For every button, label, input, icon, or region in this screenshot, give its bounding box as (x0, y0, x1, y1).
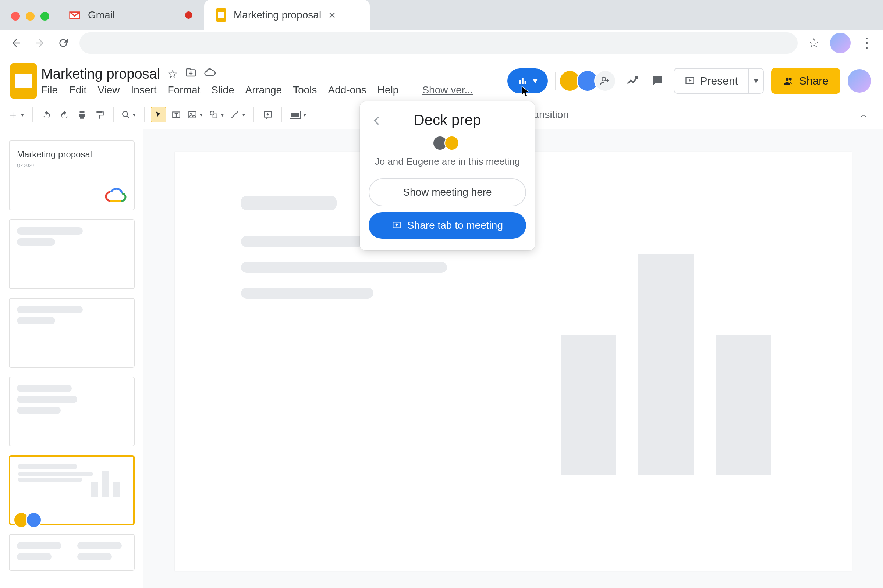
account-avatar[interactable] (848, 69, 871, 93)
slides-logo-icon[interactable] (10, 63, 37, 99)
share-people-icon (783, 75, 794, 86)
transition-button[interactable]: ransition (530, 109, 569, 121)
line-button[interactable]: ▼ (228, 107, 248, 123)
slide-thumb-title: Marketing proposal (17, 148, 126, 160)
slide-thumbnail-6[interactable] (9, 534, 135, 571)
textbox-button[interactable] (168, 107, 184, 123)
meet-button[interactable]: ▼ (508, 68, 548, 93)
reload-button[interactable] (56, 36, 71, 50)
svg-point-7 (123, 111, 128, 117)
gmail-icon (69, 10, 81, 20)
tab-label: Marketing proposal (234, 9, 321, 21)
slide-thumbnail-1[interactable]: Marketing proposal Q2 2020 (9, 141, 135, 210)
present-dropdown-button[interactable]: ▼ (748, 69, 763, 93)
present-label: Present (700, 75, 738, 87)
svg-rect-0 (519, 80, 521, 84)
menu-tools[interactable]: Tools (293, 84, 317, 96)
menu-slide[interactable]: Slide (211, 84, 234, 96)
slide-thumbnail-3[interactable] (9, 298, 135, 368)
paint-format-button[interactable] (92, 107, 107, 123)
window-minimize-button[interactable] (26, 12, 35, 21)
chevron-down-icon: ▼ (532, 77, 539, 86)
placeholder-text (241, 288, 374, 298)
zoom-button[interactable]: ▼ (120, 107, 138, 123)
address-bar[interactable] (80, 32, 797, 54)
browser-menu-icon[interactable]: ⋮ (859, 36, 874, 50)
show-meeting-label: Show meeting here (403, 186, 491, 198)
collapse-toolbar-icon[interactable]: ︿ (859, 109, 868, 121)
menu-file[interactable]: File (41, 84, 58, 96)
app-header: Marketing proposal ☆ File Edit View Inse… (0, 56, 883, 100)
svg-point-6 (789, 78, 792, 81)
redo-button[interactable] (57, 107, 72, 123)
slide-thumbnail-5[interactable] (9, 455, 135, 525)
meeting-popup: Deck prep Jo and Eugene are in this meet… (360, 102, 535, 250)
tab-gmail[interactable]: Gmail (57, 0, 204, 30)
image-button[interactable]: ▼ (186, 107, 205, 123)
svg-rect-2 (524, 81, 526, 84)
menu-view[interactable]: View (98, 84, 120, 96)
menu-edit[interactable]: Edit (69, 84, 86, 96)
show-meeting-button[interactable]: Show meeting here (369, 178, 526, 206)
browser-profile-avatar[interactable] (830, 33, 851, 53)
tab-notification-dot (185, 11, 192, 19)
google-cloud-icon (103, 186, 126, 204)
new-slide-button[interactable]: ＋▼ (6, 107, 27, 123)
present-button[interactable]: Present (674, 69, 748, 93)
slide-thumbnail-4[interactable] (9, 376, 135, 446)
forward-button[interactable] (32, 36, 47, 50)
menu-insert[interactable]: Insert (131, 84, 157, 96)
tab-label: Gmail (88, 9, 115, 21)
svg-rect-1 (522, 78, 523, 84)
svg-point-11 (210, 111, 214, 115)
document-title[interactable]: Marketing proposal (41, 66, 160, 82)
menu-help[interactable]: Help (377, 84, 399, 96)
svg-rect-9 (189, 111, 196, 118)
tab-slides[interactable]: Marketing proposal × (204, 0, 370, 30)
tab-close-icon[interactable]: × (329, 9, 336, 22)
placeholder-text (241, 262, 447, 273)
collaborator-avatars (563, 70, 616, 92)
popup-subtitle: Jo and Eugene are in this meeting (369, 155, 526, 168)
star-icon[interactable]: ☆ (167, 67, 178, 81)
collaborator-add-icon[interactable] (594, 70, 616, 92)
browser-tab-strip: Gmail Marketing proposal × (0, 0, 883, 30)
select-tool-button[interactable] (151, 107, 166, 123)
share-screen-icon (392, 220, 401, 230)
menu-addons[interactable]: Add-ons (328, 84, 366, 96)
slides-icon (216, 9, 226, 22)
slide-collaborator-avatars (17, 512, 42, 528)
menu-format[interactable]: Format (168, 84, 201, 96)
slide-thumbnail-2[interactable] (9, 219, 135, 289)
background-button[interactable]: ▼ (288, 107, 309, 123)
bookmark-star-icon[interactable]: ☆ (806, 36, 821, 50)
thumb-chart-icon (90, 471, 120, 497)
menu-arrange[interactable]: Arrange (245, 84, 282, 96)
slide-thumb-subtitle: Q2 2020 (17, 163, 126, 168)
placeholder-chart (561, 255, 771, 475)
share-tab-button[interactable]: Share tab to meeting (369, 212, 526, 238)
svg-point-3 (602, 77, 605, 81)
window-maximize-button[interactable] (41, 12, 49, 21)
activity-icon[interactable] (624, 72, 641, 90)
comment-button[interactable] (260, 107, 276, 123)
shape-button[interactable]: ▼ (207, 107, 227, 123)
show-version-history[interactable]: Show ver... (422, 84, 473, 96)
print-button[interactable] (74, 107, 90, 123)
comments-icon[interactable] (649, 72, 666, 90)
present-button-group: Present ▼ (674, 68, 764, 94)
cloud-status-icon[interactable] (204, 66, 216, 81)
window-close-button[interactable] (11, 12, 20, 21)
browser-tabs: Gmail Marketing proposal × (57, 0, 370, 30)
share-button[interactable]: Share (771, 68, 840, 94)
popup-participant-avatars (369, 136, 526, 150)
placeholder-title (241, 196, 336, 210)
popup-back-button[interactable] (369, 112, 385, 129)
share-label: Share (799, 75, 829, 87)
undo-button[interactable] (39, 107, 54, 123)
move-folder-icon[interactable] (185, 67, 197, 81)
doc-title-block: Marketing proposal ☆ File Edit View Inse… (41, 66, 473, 96)
slide-filmstrip[interactable]: Marketing proposal Q2 2020 (0, 129, 144, 588)
back-button[interactable] (9, 36, 24, 50)
window-controls (11, 12, 49, 21)
